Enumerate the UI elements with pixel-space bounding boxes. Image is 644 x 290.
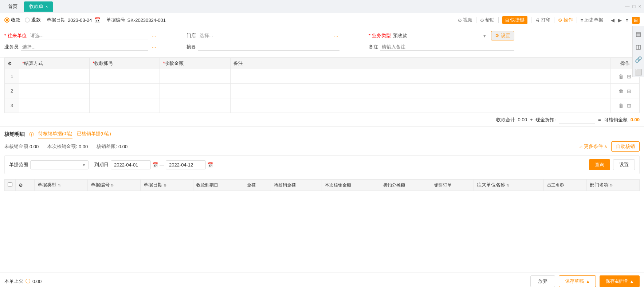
discount-input[interactable] [559, 116, 595, 124]
cell-settle-2[interactable] [19, 84, 90, 98]
right-panel: ▤ ◫ 🔗 ⬜ [632, 26, 644, 77]
divider4 [554, 17, 554, 23]
help-btn[interactable]: ⊙ 帮助 [480, 17, 495, 23]
col-gear2[interactable]: ⚙ [16, 180, 35, 191]
tab-pending[interactable]: 待核销单据(0笔) [38, 130, 72, 138]
date-range-picker: 📅 — 📅 [111, 160, 213, 169]
remark-input[interactable] [380, 43, 514, 51]
shortcuts-icon: ⊟ [505, 17, 509, 23]
copy-row-2-icon[interactable]: ⊞ [627, 88, 631, 94]
minimize-btn[interactable]: — [625, 4, 630, 9]
abandon-btn[interactable]: 放弃 [530, 275, 555, 287]
row-num-3: 3 [5, 98, 19, 113]
calendar-from-icon[interactable]: 📅 [152, 162, 158, 168]
store-more-icon[interactable]: ··· [333, 33, 339, 39]
history-btn[interactable]: ≡ 历史单据 [581, 17, 604, 23]
divider5 [577, 17, 577, 23]
copy-row-1-icon[interactable]: ⊞ [627, 74, 631, 79]
cell-account-1[interactable] [90, 69, 160, 84]
settings-gear-icon: ⚙ [495, 33, 499, 38]
radio-receipt[interactable]: 收款 [4, 17, 20, 23]
form-row-2: 业务员 ··· 摘要 备注 [4, 43, 640, 51]
filter-settings-btn[interactable]: 设置 [613, 159, 635, 170]
calendar-icon[interactable]: 📅 [94, 17, 101, 23]
auto-writeoff-btn[interactable]: 自动核销 [611, 141, 640, 152]
settings-button[interactable]: ⚙ 设置 [491, 31, 514, 40]
date-from-input[interactable] [111, 160, 151, 169]
staff-more-icon[interactable]: ··· [150, 44, 157, 50]
col-staff: 员工名称 [544, 180, 586, 191]
expand-icon[interactable]: ⊞ [632, 17, 640, 24]
avail-value: 0.00 [631, 117, 640, 122]
range-select[interactable]: ▾ [30, 160, 89, 169]
cell-amount-3[interactable] [160, 98, 230, 113]
col-checkbox[interactable] [5, 180, 16, 191]
right-panel-icon-1[interactable]: ▤ [634, 29, 643, 39]
writeoff-right-tools: ⊿ 更多条件 ∧ 自动核销 [579, 141, 640, 152]
tab-done[interactable]: 已核销单据(0笔) [77, 130, 111, 138]
counterpart-input[interactable] [29, 32, 148, 39]
col-type[interactable]: 单据类型 ⇅ [35, 180, 87, 191]
right-panel-icon-4[interactable]: ⬜ [633, 67, 644, 77]
date-to-input[interactable] [166, 160, 206, 169]
col-counterpart[interactable]: 往来单位名称 ⇅ [474, 180, 544, 191]
col-dept[interactable]: 部门名称 ⇅ [586, 180, 639, 191]
cell-remark-3[interactable] [230, 98, 610, 113]
help-icon: ⊙ [480, 17, 484, 23]
col-account: *收款账号 [90, 58, 160, 69]
cell-account-3[interactable] [90, 98, 160, 113]
writeoff-info-icon[interactable]: ⓘ [29, 131, 34, 138]
cell-amount-2[interactable] [160, 84, 230, 98]
cell-settle-1[interactable] [19, 69, 90, 84]
shortcuts-btn[interactable]: ⊟ 快捷键 [502, 16, 527, 24]
right-panel-icon-3[interactable]: 🔗 [633, 55, 644, 64]
date-separator: — [160, 162, 164, 168]
cell-remark-1[interactable] [230, 69, 610, 84]
more-conditions-btn[interactable]: ⊿ 更多条件 ∧ [579, 143, 608, 150]
print-btn[interactable]: 🖨 打印 [535, 17, 550, 23]
delete-row-2-icon[interactable]: 🗑 [619, 88, 624, 94]
tab-home[interactable]: 首页 [3, 1, 23, 12]
counterpart-field: * 往来单位 ··· [4, 32, 157, 39]
col-number[interactable]: 单据编号 ⇅ [87, 180, 140, 191]
summary-input[interactable] [198, 43, 339, 51]
cell-settle-3[interactable] [19, 98, 90, 113]
cell-account-2[interactable] [90, 84, 160, 98]
delete-row-3-icon[interactable]: 🗑 [619, 103, 624, 109]
tab-receipt-close[interactable]: × [46, 4, 48, 9]
select-all-checkbox[interactable] [8, 182, 12, 187]
window-close-btn[interactable]: × [638, 4, 641, 9]
copy-row-3-icon[interactable]: ⊞ [627, 103, 631, 109]
biz-type-field: * 业务类型 预收款 ▾ ⚙ 设置 [369, 31, 514, 40]
counterpart-more-icon[interactable]: ··· [150, 33, 157, 39]
col-discount: 折扣分摊额 [380, 180, 431, 191]
maximize-btn[interactable]: □ [633, 4, 636, 9]
cell-amount-1[interactable] [160, 69, 230, 84]
nav-next-icon[interactable]: ▶ [618, 17, 622, 23]
biz-type-arrow[interactable]: ▾ [483, 33, 486, 39]
cell-remark-2[interactable] [230, 84, 610, 98]
unverified-value: 0.00 [30, 144, 39, 149]
receipt-table: ⚙ *结算方式 *收款账号 *收款金额 备注 操作 [4, 58, 640, 113]
nav-prev-icon[interactable]: ◀ [611, 17, 614, 23]
video-btn[interactable]: ⊙ 视频 [458, 17, 472, 23]
layout-icon[interactable]: ≡ [625, 17, 628, 23]
right-panel-icon-2[interactable]: ◫ [634, 42, 643, 52]
prev-info-icon[interactable]: ⓘ [25, 278, 30, 285]
tab-receipt[interactable]: 收款单 × [24, 1, 53, 12]
divider1 [476, 17, 476, 23]
query-btn[interactable]: 查询 [589, 159, 610, 170]
save-new-btn[interactable]: 保存&新增 ▲ [600, 275, 640, 287]
staff-input[interactable] [21, 43, 148, 51]
radio-refund-dot [25, 17, 30, 23]
col-date[interactable]: 单据日期 ⇅ [140, 180, 193, 191]
calendar-to-icon[interactable]: 📅 [207, 162, 213, 168]
delete-row-1-icon[interactable]: 🗑 [619, 74, 624, 79]
prev-label: 本单上欠 [4, 278, 23, 285]
operations-btn[interactable]: ⚙ 操作 [558, 17, 573, 23]
save-draft-btn[interactable]: 保存草稿 ▲ [559, 275, 596, 287]
store-select[interactable]: 选择... [198, 32, 330, 40]
radio-refund[interactable]: 退款 [25, 17, 41, 23]
prev-value: 0.00 [32, 279, 42, 284]
col-gear[interactable]: ⚙ [5, 58, 19, 69]
